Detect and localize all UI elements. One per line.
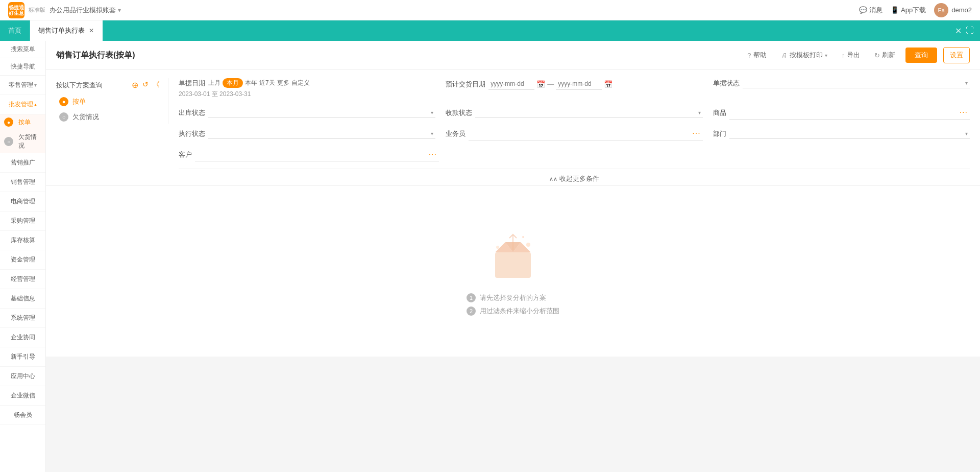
app-title-bar[interactable]: 办公用品行业模拟账套 ▾ bbox=[50, 6, 121, 15]
sidebar-quick-nav[interactable]: 快捷导航 bbox=[0, 58, 45, 76]
app-download-label: App下载 bbox=[901, 6, 926, 15]
department-select[interactable]: ▾ bbox=[729, 129, 970, 139]
print-arrow-icon: ▾ bbox=[825, 53, 827, 58]
submenu-item-backorder[interactable]: ○ 欠货情况 bbox=[0, 130, 45, 153]
sidebar-item-inventory[interactable]: 库存核算 bbox=[0, 231, 45, 250]
date-tag-current-year[interactable]: 本年 bbox=[245, 79, 257, 87]
sidebar-item-basic-info[interactable]: 基础信息 bbox=[0, 289, 45, 309]
date-tag-last-month[interactable]: 上月 bbox=[208, 79, 220, 87]
refresh-button[interactable]: ↻ 刷新 bbox=[870, 49, 899, 62]
expected-delivery-end[interactable] bbox=[556, 78, 602, 90]
message-icon: 💬 bbox=[859, 6, 867, 14]
sidebar-item-member[interactable]: 畅会员 bbox=[0, 406, 45, 425]
user-profile[interactable]: Ea demo2 bbox=[934, 3, 972, 17]
filter-panel: 按以下方案查询 ⊕ ↺ 《 ● 按单 ○ 欠货情况 bbox=[46, 70, 980, 185]
exec-status-select[interactable]: ▾ bbox=[208, 129, 435, 139]
receipt-status-select[interactable]: ▾ bbox=[475, 108, 702, 118]
tab-close-icon[interactable]: ✕ bbox=[89, 27, 94, 34]
app-download-button[interactable]: 📱 App下载 bbox=[891, 6, 926, 15]
sidebar-item-purchase[interactable]: 采购管理 bbox=[0, 211, 45, 231]
wholesale-arrow-icon: ▴ bbox=[34, 102, 37, 107]
salesperson-dots-icon[interactable]: ··· bbox=[692, 129, 700, 138]
topbar: 畅捷通好生意 标准版 办公用品行业模拟账套 ▾ 💬 消息 📱 App下载 Ea … bbox=[0, 0, 980, 20]
sidebar-item-enterprise[interactable]: 企业协同 bbox=[0, 328, 45, 347]
out-status-field: 出库状态 ▾ bbox=[179, 108, 435, 118]
help-label: 帮助 bbox=[753, 51, 767, 60]
sidebar-submenu-wholesale: ● 按单 ○ 欠货情况 bbox=[0, 114, 45, 153]
scheme-item-order[interactable]: ● 按单 bbox=[56, 95, 160, 108]
expand-button[interactable]: ⛶ bbox=[966, 26, 974, 35]
date-range-divider: — bbox=[547, 80, 554, 88]
sidebar-search-label: 搜索菜单 bbox=[11, 45, 35, 53]
scheme-item-backorder[interactable]: ○ 欠货情况 bbox=[56, 110, 160, 124]
doc-status-select[interactable]: ▾ bbox=[743, 78, 970, 88]
settings-button[interactable]: 设置 bbox=[943, 47, 970, 63]
sidebar-search[interactable]: 搜索菜单 bbox=[0, 41, 45, 58]
department-field: 部门 ▾ bbox=[713, 129, 970, 139]
query-button[interactable]: 查询 bbox=[905, 48, 937, 63]
date-tag-current-month[interactable]: 本月 bbox=[223, 78, 243, 88]
add-scheme-icon[interactable]: ⊕ bbox=[132, 80, 138, 90]
customer-dots-icon[interactable]: ··· bbox=[429, 150, 437, 159]
submenu-item-order[interactable]: ● 按单 bbox=[0, 114, 45, 130]
sidebar-item-ecommerce[interactable]: 电商管理 bbox=[0, 192, 45, 211]
sidebar-item-app-center[interactable]: 应用中心 bbox=[0, 367, 45, 386]
cal-end-icon[interactable]: 📅 bbox=[604, 80, 612, 88]
date-tag-more[interactable]: 更多 bbox=[277, 79, 289, 87]
doc-status-label: 单据状态 bbox=[713, 79, 740, 88]
hint-1-text: 请先选择要分析的方案 bbox=[480, 293, 546, 302]
empty-hints: 1 请先选择要分析的方案 2 用过滤条件来缩小分析范围 bbox=[467, 293, 559, 316]
export-label: 导出 bbox=[847, 51, 860, 60]
expected-delivery-start[interactable] bbox=[488, 78, 534, 90]
svg-rect-0 bbox=[495, 252, 531, 278]
close-tab-button[interactable]: ✕ bbox=[955, 26, 962, 36]
main-layout: 搜索菜单 快捷导航 零售管理 ▾ 批发管理 ▴ ● 按单 ○ 欠货情况 营销推广 bbox=[0, 41, 980, 472]
date-tag-custom[interactable]: 自定义 bbox=[291, 79, 310, 87]
date-range-display: 2023-03-01 至 2023-03-31 bbox=[179, 90, 435, 99]
refresh-label: 刷新 bbox=[882, 51, 895, 60]
receipt-status-dropdown-icon: ▾ bbox=[698, 110, 701, 115]
sidebar-item-enterprise-label: 企业协同 bbox=[11, 334, 35, 341]
help-button[interactable]: ? 帮助 bbox=[743, 49, 770, 62]
sidebar-item-wechat[interactable]: 企业微信 bbox=[0, 386, 45, 406]
hint-1-num: 1 bbox=[467, 293, 476, 302]
collapse-label: 收起更多条件 bbox=[559, 174, 599, 183]
submenu-order-label: 按单 bbox=[18, 118, 31, 127]
app-download-icon: 📱 bbox=[891, 6, 899, 14]
sidebar-item-system[interactable]: 系统管理 bbox=[0, 309, 45, 328]
export-button[interactable]: ↑ 导出 bbox=[838, 49, 865, 62]
sidebar-item-sales[interactable]: 销售管理 bbox=[0, 173, 45, 192]
sidebar-item-retail[interactable]: 零售管理 ▾ bbox=[0, 76, 45, 95]
refresh-scheme-icon[interactable]: ↺ bbox=[142, 80, 149, 90]
message-button[interactable]: 💬 消息 bbox=[859, 6, 883, 15]
print-button[interactable]: 🖨 按模板打印 ▾ bbox=[777, 49, 831, 62]
sidebar-item-purchase-label: 采购管理 bbox=[11, 217, 35, 224]
collapse-scheme-icon[interactable]: 《 bbox=[153, 80, 160, 90]
sidebar-item-operations[interactable]: 经营管理 bbox=[0, 270, 45, 289]
product-dots-icon[interactable]: ··· bbox=[960, 108, 968, 117]
logo-icon: 畅捷通好生意 bbox=[8, 2, 24, 18]
tab-home[interactable]: 首页 bbox=[0, 20, 30, 41]
sidebar-item-wholesale-label: 批发管理 bbox=[9, 100, 33, 109]
tab-sales-order[interactable]: 销售订单执行表 ✕ bbox=[30, 20, 103, 41]
empty-hint-1: 1 请先选择要分析的方案 bbox=[467, 293, 559, 302]
sidebar-item-newbie[interactable]: 新手引导 bbox=[0, 347, 45, 367]
out-status-select[interactable]: ▾ bbox=[208, 108, 435, 118]
date-tag-7days[interactable]: 近7天 bbox=[259, 79, 275, 87]
product-select[interactable]: ··· bbox=[729, 106, 970, 120]
sidebar-item-wholesale[interactable]: 批发管理 ▴ bbox=[0, 95, 45, 114]
sidebar-item-operations-label: 经营管理 bbox=[11, 275, 35, 282]
cal-start-icon[interactable]: 📅 bbox=[536, 80, 545, 88]
salesperson-select[interactable]: ··· bbox=[469, 127, 702, 140]
sidebar-item-marketing[interactable]: 营销推广 bbox=[0, 153, 45, 173]
collapse-button[interactable]: ∧∧ 收起更多条件 bbox=[179, 169, 970, 185]
out-status-dropdown-icon: ▾ bbox=[431, 110, 433, 115]
sidebar-item-finance[interactable]: 资金管理 bbox=[0, 250, 45, 270]
customer-select[interactable]: ··· bbox=[195, 148, 439, 161]
sidebar-item-ecommerce-label: 电商管理 bbox=[11, 198, 35, 205]
app-title-arrow-icon: ▾ bbox=[118, 7, 121, 14]
product-field: 商品 ··· bbox=[713, 106, 970, 120]
sidebar-item-system-label: 系统管理 bbox=[11, 314, 35, 321]
hint-2-num: 2 bbox=[467, 306, 476, 316]
refresh-icon: ↻ bbox=[874, 52, 880, 59]
